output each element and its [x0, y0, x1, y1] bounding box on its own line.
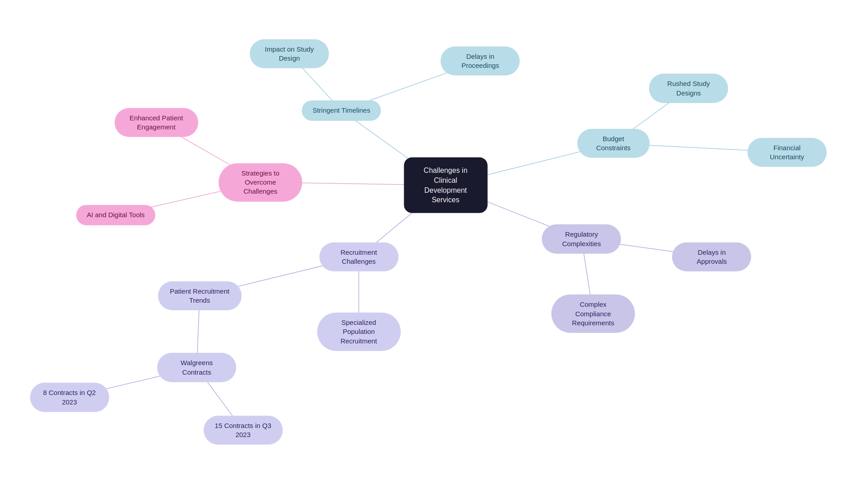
node-rushedStudyDesigns[interactable]: Rushed Study Designs — [649, 74, 728, 103]
mindmap-container: Challenges in Clinical Development Servi… — [0, 0, 868, 490]
node-contracts15Q3[interactable]: 15 Contracts in Q3 2023 — [203, 416, 283, 445]
node-delaysApprovals[interactable]: Delays in Approvals — [672, 243, 751, 272]
node-budgetConstraints[interactable]: Budget Constraints — [577, 129, 650, 158]
node-aiDigitalTools[interactable]: AI and Digital Tools — [76, 205, 156, 225]
node-enhancedPatient[interactable]: Enhanced Patient Engagement — [114, 108, 198, 138]
node-impactStudyDesign[interactable]: Impact on Study Design — [250, 39, 329, 69]
node-complexCompliance[interactable]: Complex Compliance Requirements — [552, 295, 635, 333]
node-walgreensContracts[interactable]: Walgreens Contracts — [157, 353, 236, 382]
node-patientRecruitmentTrends[interactable]: Patient Recruitment Trends — [158, 281, 241, 311]
node-stringentTimelines[interactable]: Stringent Timelines — [302, 100, 381, 120]
node-financialUncertainty[interactable]: Financial Uncertainty — [747, 138, 826, 167]
node-contracts8Q2[interactable]: 8 Contracts in Q2 2023 — [30, 383, 109, 412]
node-recruitmentChallenges[interactable]: Recruitment Challenges — [319, 243, 398, 272]
node-specializedPopulation[interactable]: Specialized Population Recruitment — [317, 313, 401, 351]
node-regulatoryComplexities[interactable]: Regulatory Complexities — [542, 224, 621, 254]
node-delaysProceedings[interactable]: Delays in Proceedings — [441, 46, 520, 76]
node-center[interactable]: Challenges in Clinical Development Servi… — [404, 157, 487, 213]
node-strategiesOvercome[interactable]: Strategies to Overcome Challenges — [219, 163, 302, 201]
